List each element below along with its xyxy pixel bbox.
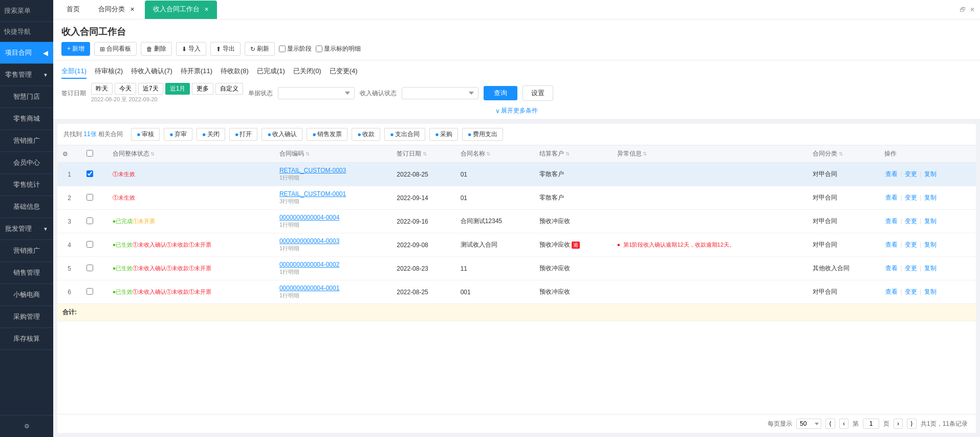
op-复制[interactable]: 复制 xyxy=(924,170,937,178)
filter-tab-pending-income-confirm[interactable]: 待收入确认(7) xyxy=(131,64,172,79)
refresh-button[interactable]: ↻ 刷新 xyxy=(245,42,275,56)
doc-status-select[interactable] xyxy=(278,87,355,99)
open-button[interactable]: ● 打开 xyxy=(229,128,258,141)
row-select-checkbox[interactable] xyxy=(86,170,93,177)
op-变更[interactable]: 变更 xyxy=(905,265,917,272)
sidebar-item-xiaochu[interactable]: 小畅电商 xyxy=(0,284,53,306)
select-all-checkbox[interactable] xyxy=(86,150,93,157)
sidebar-item-retail-stats[interactable]: 零售统计 xyxy=(0,174,53,196)
sidebar-item-marketing2[interactable]: 营销推广 xyxy=(0,240,53,262)
page-number-input[interactable] xyxy=(863,419,879,429)
filter-tab-changed[interactable]: 已变更(4) xyxy=(330,64,358,79)
import-button[interactable]: ⬇ 导入 xyxy=(176,42,206,56)
contract-code-link[interactable]: 0000000000004-0002 xyxy=(279,261,386,268)
op-变更[interactable]: 变更 xyxy=(905,194,917,201)
row-select-checkbox[interactable] xyxy=(86,241,93,248)
op-查看[interactable]: 查看 xyxy=(885,241,898,248)
filter-tab-pending-collection[interactable]: 待收款(8) xyxy=(221,64,249,79)
output-contract-button[interactable]: ● 支出合同 xyxy=(384,128,425,141)
tab-income-workbench[interactable]: 收入合同工作台 ✕ xyxy=(145,1,217,19)
row-select-checkbox[interactable] xyxy=(86,288,93,295)
op-查看[interactable]: 查看 xyxy=(885,217,898,225)
show-stages-checkbox[interactable]: 显示阶段 xyxy=(279,45,312,53)
sidebar-item-retail-mall[interactable]: 零售商城 xyxy=(0,108,53,130)
sidebar-item-wholesale-mgmt[interactable]: 批发管理 ▼ xyxy=(0,218,53,240)
contract-code-link[interactable]: RETAIL_CUSTOM-0003 xyxy=(279,167,386,174)
show-detail-checkbox[interactable]: 显示标的明细 xyxy=(316,45,361,53)
sidebar-item-member[interactable]: 会员中心 xyxy=(0,152,53,174)
restore-icon[interactable]: 🗗 xyxy=(960,6,966,13)
date-btn-yesterday[interactable]: 昨天 xyxy=(91,83,113,95)
query-button[interactable]: 查询 xyxy=(484,86,517,100)
sidebar-quick-nav[interactable]: 快捷导航 xyxy=(0,22,53,42)
contract-code-link[interactable]: 0000000000004-0004 xyxy=(279,214,386,221)
sidebar-item-purchase[interactable]: 采购管理 xyxy=(0,306,53,328)
sidebar-search[interactable]: 搜索菜单 xyxy=(0,0,53,22)
expand-filter-button[interactable]: ∨ 展开更多条件 xyxy=(495,106,538,115)
col-sign-date[interactable]: 签订日期 xyxy=(391,145,455,163)
filter-tab-pending-review[interactable]: 待审核(2) xyxy=(95,64,123,79)
prev-page-button[interactable]: ‹ xyxy=(839,419,848,429)
first-page-button[interactable]: ⟨ xyxy=(825,419,835,429)
col-status[interactable]: 合同整体状态 xyxy=(107,145,274,163)
income-confirm-button[interactable]: ● 收入确认 xyxy=(262,128,302,141)
expense-output-button[interactable]: ● 费用支出 xyxy=(462,128,503,141)
filter-tab-closed[interactable]: 已关闭(0) xyxy=(293,64,321,79)
op-复制[interactable]: 复制 xyxy=(924,265,937,272)
col-name[interactable]: 合同名称 xyxy=(455,145,535,163)
contract-code-link[interactable]: 0000000000004-0001 xyxy=(279,285,386,292)
date-btn-custom[interactable]: 自定义 xyxy=(215,83,243,95)
op-复制[interactable]: 复制 xyxy=(924,217,937,225)
show-detail-input[interactable] xyxy=(316,46,322,52)
next-page-button[interactable]: › xyxy=(894,419,903,429)
op-查看[interactable]: 查看 xyxy=(885,288,898,295)
op-查看[interactable]: 查看 xyxy=(885,170,898,178)
filter-tab-completed[interactable]: 已完成(1) xyxy=(257,64,285,79)
collection-button[interactable]: ● 收款 xyxy=(352,128,380,141)
row-select-checkbox[interactable] xyxy=(86,194,93,201)
contract-panel-button[interactable]: ⊞ 合同看板 xyxy=(94,42,137,56)
tab-close-income-workbench[interactable]: ✕ xyxy=(204,6,209,12)
op-变更[interactable]: 变更 xyxy=(905,217,917,225)
op-变更[interactable]: 变更 xyxy=(905,170,917,178)
op-查看[interactable]: 查看 xyxy=(885,265,898,272)
col-checkbox[interactable] xyxy=(81,145,107,163)
tab-home[interactable]: 首页 xyxy=(58,1,88,19)
filter-tab-all[interactable]: 全部(11) xyxy=(61,64,86,79)
filter-tab-pending-invoice[interactable]: 待开票(11) xyxy=(181,64,212,79)
sidebar-item-basic-info[interactable]: 基础信息 xyxy=(0,196,53,218)
last-page-button[interactable]: ⟩ xyxy=(907,419,917,429)
review-button[interactable]: ● 审核 xyxy=(131,128,160,141)
sales-invoice-button[interactable]: ● 销售发票 xyxy=(307,128,347,141)
op-变更[interactable]: 变更 xyxy=(905,288,917,295)
delete-button[interactable]: 🗑 删除 xyxy=(141,42,172,56)
tab-contract-category[interactable]: 合同分类 ✕ xyxy=(90,1,143,19)
sidebar-settings[interactable]: ⚙ xyxy=(0,415,53,437)
op-复制[interactable]: 复制 xyxy=(924,194,937,201)
show-stages-input[interactable] xyxy=(279,46,286,52)
date-btn-today[interactable]: 今天 xyxy=(115,83,136,95)
tab-close-contract-category[interactable]: ✕ xyxy=(130,6,135,12)
row-select-checkbox[interactable] xyxy=(86,265,93,271)
op-查看[interactable]: 查看 xyxy=(885,194,898,201)
col-customer[interactable]: 结算客户 xyxy=(534,145,612,163)
sidebar-item-sales-mgmt[interactable]: 销售管理 xyxy=(0,262,53,284)
col-category[interactable]: 合同分类 xyxy=(808,145,879,163)
purchase-button[interactable]: ● 采购 xyxy=(429,128,458,141)
op-复制[interactable]: 复制 xyxy=(924,241,937,248)
sidebar-item-project[interactable]: 项目合同 ◀ xyxy=(0,42,53,64)
sidebar-item-marketing[interactable]: 营销推广 xyxy=(0,130,53,152)
col-settings[interactable]: ⚙ xyxy=(57,145,81,163)
op-变更[interactable]: 变更 xyxy=(905,241,917,248)
contract-code-link[interactable]: 0000000000004-0003 xyxy=(279,237,386,245)
setting-button[interactable]: 设置 xyxy=(522,85,553,101)
date-btn-last1month[interactable]: 近1月 xyxy=(165,83,190,95)
row-select-checkbox[interactable] xyxy=(86,217,93,224)
new-button[interactable]: + 新增 xyxy=(61,42,90,56)
contract-code-link[interactable]: RETAIL_CUSTOM-0001 xyxy=(279,190,386,198)
sidebar-item-inventory[interactable]: 库存核算 xyxy=(0,328,53,350)
export-button[interactable]: ⬆ 导出 xyxy=(210,42,241,56)
abandon-button[interactable]: ● 弃审 xyxy=(164,128,192,141)
op-复制[interactable]: 复制 xyxy=(924,288,937,295)
sidebar-item-retail-mgmt[interactable]: 零售管理 ▼ xyxy=(0,64,53,86)
